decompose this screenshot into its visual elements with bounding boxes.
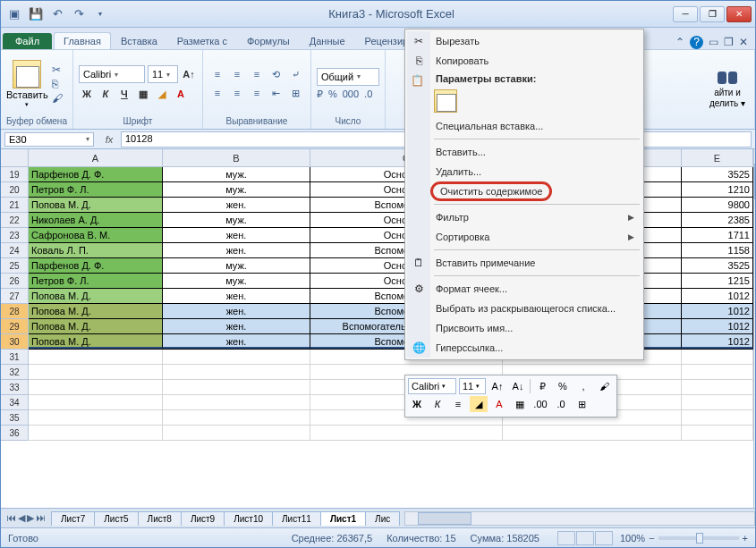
table-row[interactable]: Сафронова В. М.жен.Основной1711 xyxy=(29,228,753,243)
paste-button[interactable]: Вставить ▾ xyxy=(6,60,48,108)
cell[interactable]: муж. xyxy=(163,213,310,227)
table-row[interactable] xyxy=(29,350,753,365)
merge-icon[interactable]: ⊞ xyxy=(287,85,305,101)
zoom-in-icon[interactable]: + xyxy=(743,533,748,544)
zoom-slider[interactable] xyxy=(658,536,739,540)
cell[interactable] xyxy=(163,426,310,440)
cell[interactable] xyxy=(682,350,753,364)
cell[interactable]: жен. xyxy=(163,334,310,349)
table-row[interactable]: Попова М. Д.жен.Вспомогательный персонал… xyxy=(29,319,753,334)
page-layout-view-icon[interactable] xyxy=(576,531,594,545)
table-row[interactable]: Парфенов Д. Ф.муж.Основной3525 xyxy=(29,258,753,274)
table-row[interactable] xyxy=(29,426,753,441)
close-button[interactable]: ✕ xyxy=(726,6,752,22)
tab-home[interactable]: Главная xyxy=(54,32,111,49)
cell[interactable]: жен. xyxy=(163,289,310,303)
table-row[interactable]: Петров Ф. Л.муж.Основной1210 xyxy=(29,182,753,198)
cut-icon[interactable]: ✂ xyxy=(52,63,63,76)
sheet-tab[interactable]: Лист7 xyxy=(51,511,95,526)
cell[interactable]: жен. xyxy=(163,319,310,333)
percent-icon[interactable]: % xyxy=(328,89,337,99)
row-header[interactable]: 36 xyxy=(1,426,28,441)
fx-icon[interactable]: fx xyxy=(98,134,121,145)
table-row[interactable] xyxy=(29,395,753,410)
ctx-hyperlink[interactable]: 🌐Гиперссылка... xyxy=(407,338,641,358)
excel-icon[interactable]: ▣ xyxy=(4,4,24,24)
tab-formulas[interactable]: Формулы xyxy=(237,32,300,49)
row-header[interactable]: 24 xyxy=(1,243,28,258)
cell[interactable]: Петров Ф. Л. xyxy=(29,274,163,288)
undo-icon[interactable]: ↶ xyxy=(47,4,67,24)
decrease-decimal-icon[interactable]: .0 xyxy=(364,89,372,99)
cell[interactable]: 9800 xyxy=(682,198,753,212)
row-header[interactable]: 25 xyxy=(1,258,28,274)
window-options-icon[interactable]: ▭ xyxy=(709,36,718,49)
wrap-text-icon[interactable]: ⤶ xyxy=(287,66,305,82)
scrollbar-thumb[interactable] xyxy=(418,512,471,525)
last-sheet-icon[interactable]: ⏭ xyxy=(36,512,46,524)
grow-font-icon[interactable]: A↑ xyxy=(181,66,197,82)
orientation-icon[interactable]: ⟲ xyxy=(268,66,285,82)
close-workbook-icon[interactable]: ✕ xyxy=(739,36,748,49)
sheet-tab[interactable]: Лист11 xyxy=(272,511,321,526)
ctx-sort[interactable]: Сортировка▶ xyxy=(407,227,641,247)
font-name-combo[interactable]: Calibri▾ xyxy=(79,65,145,83)
row-header[interactable]: 28 xyxy=(1,304,28,319)
table-row[interactable]: Попова М. Д.жен.Вспомогатель1012 xyxy=(29,289,753,304)
sheet-tab[interactable]: Лист5 xyxy=(94,511,138,526)
cell[interactable]: Попова М. Д. xyxy=(29,198,163,212)
cell[interactable]: Попова М. Д. xyxy=(29,319,163,333)
table-row[interactable] xyxy=(29,380,753,395)
cell[interactable] xyxy=(29,395,163,409)
row-header[interactable]: 31 xyxy=(1,350,28,365)
slider-thumb[interactable] xyxy=(696,533,703,544)
ctx-format-cells[interactable]: ⚙Формат ячеек... xyxy=(407,279,641,299)
row-header[interactable]: 32 xyxy=(1,365,28,380)
sheet-tab[interactable]: Лис xyxy=(365,511,400,526)
tab-file[interactable]: Файл xyxy=(3,33,52,49)
select-all-corner[interactable] xyxy=(1,149,29,167)
prev-sheet-icon[interactable]: ◀ xyxy=(18,512,25,524)
cell[interactable]: 1012 xyxy=(682,319,753,333)
find-select-button[interactable]: айти и делить ▾ xyxy=(706,67,749,110)
ctx-insert[interactable]: Вставить... xyxy=(407,142,641,162)
align-left-icon[interactable]: ≡ xyxy=(208,85,226,101)
row-header[interactable]: 20 xyxy=(1,182,28,198)
align-top-icon[interactable]: ≡ xyxy=(208,66,226,82)
ctx-delete[interactable]: Удалить... xyxy=(407,162,641,181)
cell[interactable] xyxy=(503,426,682,440)
cell[interactable]: жен. xyxy=(163,304,310,318)
cell[interactable] xyxy=(163,395,310,409)
currency-icon[interactable]: ₽ xyxy=(317,89,323,100)
ctx-filter[interactable]: Фильтр▶ xyxy=(407,207,641,227)
ctx-paste-option[interactable] xyxy=(407,86,641,116)
cell[interactable]: Николаев А. Д. xyxy=(29,213,163,227)
row-header[interactable]: 35 xyxy=(1,410,28,426)
ctx-define-name[interactable]: Присвоить имя... xyxy=(407,318,641,338)
mini-font-combo[interactable]: Calibri▾ xyxy=(408,378,456,394)
normal-view-icon[interactable] xyxy=(557,531,575,545)
cell[interactable]: Петров Ф. Л. xyxy=(29,182,163,197)
horizontal-scrollbar[interactable] xyxy=(404,511,755,526)
ctx-cut[interactable]: ✂Вырезать xyxy=(407,31,641,51)
col-header-a[interactable]: A xyxy=(29,149,163,166)
mini-size-combo[interactable]: 11▾ xyxy=(459,378,486,394)
format-painter-icon[interactable]: 🖌 xyxy=(52,92,63,105)
border-button[interactable]: ▦ xyxy=(135,86,151,102)
cell[interactable] xyxy=(682,365,753,379)
cell[interactable] xyxy=(29,380,163,394)
cell[interactable]: 1210 xyxy=(682,182,753,197)
table-row[interactable]: Николаев А. Д.муж.Основной2385 xyxy=(29,213,753,228)
cell[interactable]: 1012 xyxy=(682,304,753,318)
row-header[interactable]: 26 xyxy=(1,274,28,289)
cell[interactable]: муж. xyxy=(163,182,310,197)
cell[interactable] xyxy=(682,380,753,394)
table-row[interactable]: Парфенов Д. Ф.муж.Основной3525 xyxy=(29,167,753,182)
table-row[interactable] xyxy=(29,365,753,380)
cell[interactable] xyxy=(163,365,310,379)
align-right-icon[interactable]: ≡ xyxy=(248,85,266,101)
shrink-font-icon[interactable]: A↓ xyxy=(509,378,527,394)
copy-icon[interactable]: ⎘ xyxy=(52,78,63,90)
cell[interactable] xyxy=(29,426,163,440)
cell[interactable]: 2385 xyxy=(682,213,753,227)
